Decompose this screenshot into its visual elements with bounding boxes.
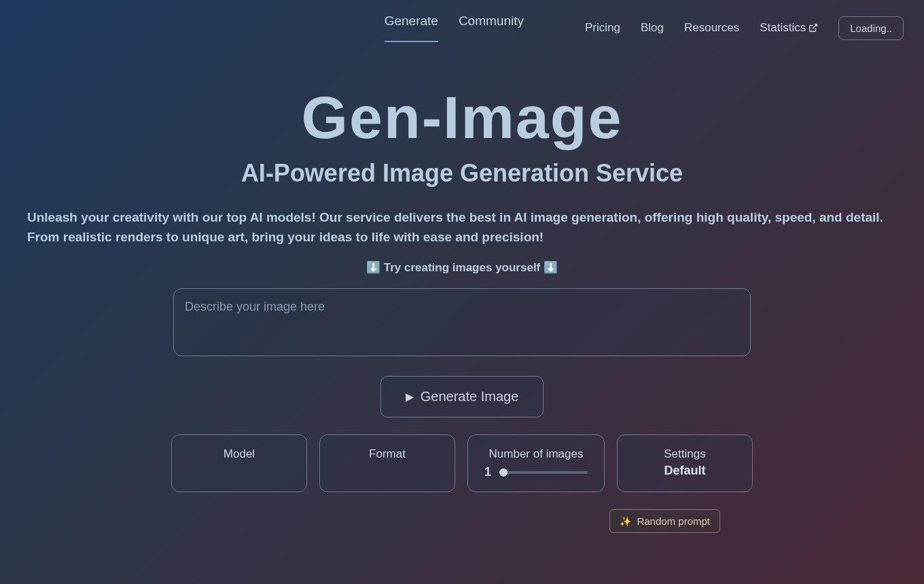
controls-row: Model Format Number of images 1 Settings… (27, 434, 897, 492)
try-cta-text: ⬇️ Try creating images yourself ⬇️ (27, 260, 897, 275)
slider-thumb[interactable] (499, 468, 508, 477)
nav-statistics[interactable]: Statistics (760, 21, 818, 35)
nav-statistics-label: Statistics (760, 21, 806, 35)
generate-button-label: Generate Image (421, 389, 519, 405)
hero-section: Gen-Image AI-Powered Image Generation Se… (0, 56, 924, 584)
nav-tabs: Generate Community (385, 14, 524, 42)
tab-generate[interactable]: Generate (385, 14, 438, 42)
number-slider[interactable] (499, 471, 588, 474)
number-value: 1 (484, 465, 491, 479)
tab-community[interactable]: Community (459, 14, 524, 42)
random-wrap: ✨ Random prompt (27, 509, 897, 533)
external-link-icon (808, 23, 818, 33)
top-nav: Generate Community Pricing Blog Resource… (0, 0, 924, 56)
page-title: Gen-Image (27, 83, 897, 152)
number-selector[interactable]: Number of images 1 (467, 434, 605, 492)
svg-line-0 (813, 24, 817, 29)
prompt-input[interactable] (173, 288, 751, 356)
number-label: Number of images (489, 447, 584, 461)
settings-selector[interactable]: Settings Default (617, 434, 753, 492)
settings-value: Default (634, 464, 736, 478)
nav-links: Pricing Blog Resources Statistics Loadin… (585, 16, 904, 40)
page-subtitle: AI-Powered Image Generation Service (27, 159, 897, 188)
generate-button[interactable]: ▶ Generate Image (380, 376, 544, 417)
nav-resources[interactable]: Resources (684, 21, 739, 35)
model-selector[interactable]: Model (171, 434, 307, 492)
random-prompt-label: Random prompt (637, 515, 710, 527)
random-prompt-button[interactable]: ✨ Random prompt (609, 509, 720, 533)
format-label: Format (336, 447, 438, 461)
nav-pricing[interactable]: Pricing (585, 21, 620, 35)
play-icon: ▶ (406, 390, 414, 403)
number-slider-row: 1 (484, 465, 588, 479)
hero-description: Unleash your creativity with our top AI … (27, 208, 897, 247)
settings-label: Settings (634, 447, 736, 461)
loading-button[interactable]: Loading.. (838, 16, 904, 40)
prompt-area (173, 288, 751, 359)
model-label: Model (188, 447, 290, 461)
nav-blog[interactable]: Blog (641, 21, 664, 35)
format-selector[interactable]: Format (319, 434, 455, 492)
wand-icon: ✨ (620, 516, 631, 527)
